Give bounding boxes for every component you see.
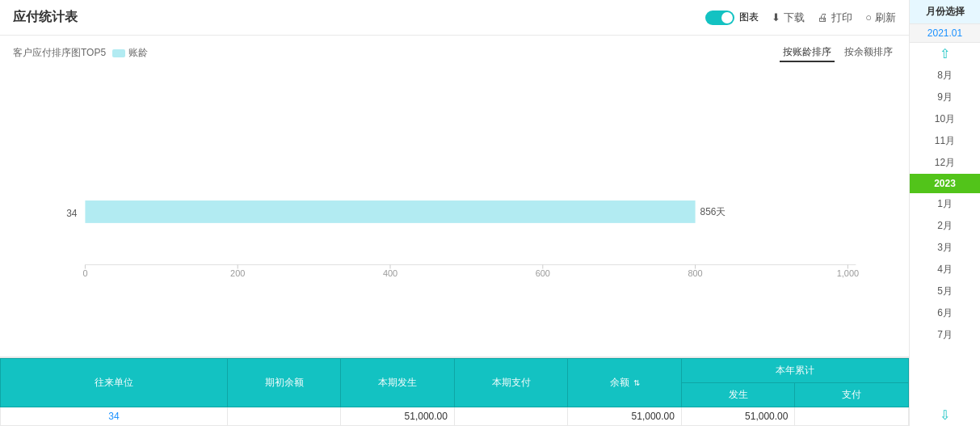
sidebar-header: 月份选择 [910,0,980,24]
header-actions: 图表 ⬇ 下载 🖨 打印 ○ 刷新 [705,11,896,25]
sidebar-current-period[interactable]: 2021.01 [910,24,980,43]
th-current-occ: 本期发生 [341,359,454,407]
refresh-icon: ○ [865,11,872,23]
cell-current-pay [454,407,567,426]
legend-item: 账龄 [112,46,148,60]
sort-buttons: 按账龄排序 按余额排序 [780,44,896,62]
sidebar-month-item[interactable]: 12月 [910,152,980,174]
data-table: 往来单位 期初余额 本期发生 本期支付 余额 ⇅ 本年累计 发生 支付 [0,358,909,426]
sidebar-month-item[interactable]: 5月 [910,280,980,302]
sidebar-month-item[interactable]: 6月 [910,302,980,324]
th-ytd-occ: 发生 [681,383,794,407]
sidebar-month-item[interactable]: 2月 [910,215,980,237]
app-container: 应付统计表 图表 ⬇ 下载 🖨 打印 ○ 刷新 [0,0,980,426]
sidebar-month-item[interactable]: 3月 [910,237,980,259]
legend-color-box [112,49,125,57]
sidebar-month-item[interactable]: 2023 [910,174,980,193]
svg-text:1,000: 1,000 [837,268,859,278]
chart-toolbar: 客户应付排序图TOP5 账龄 按账龄排序 按余额排序 [13,44,896,62]
refresh-label: 刷新 [875,11,896,25]
sidebar-month-item[interactable]: 11月 [910,130,980,152]
download-button[interactable]: ⬇ 下载 [772,11,805,25]
chart-area: 客户应付排序图TOP5 账龄 按账龄排序 按余额排序 34 [0,36,909,356]
table-area: 往来单位 期初余额 本期发生 本期支付 余额 ⇅ 本年累计 发生 支付 [0,356,909,426]
sidebar-month-item[interactable]: 9月 [910,86,980,108]
print-icon: 🖨 [818,11,828,23]
th-ytd-pay: 支付 [795,383,909,407]
svg-text:0: 0 [82,268,87,278]
chart-wrapper: 34 856天 0 200 400 600 800 1,000 [13,69,896,348]
th-opening: 期初余额 [228,359,341,407]
svg-text:200: 200 [230,268,245,278]
bar-chart: 34 856天 0 200 400 600 800 1,000 [13,69,896,348]
download-icon: ⬇ [772,11,780,23]
chart-toggle-wrap[interactable]: 图表 [705,11,759,25]
svg-text:600: 600 [536,268,550,278]
sort-by-balance-btn[interactable]: 按账龄排序 [780,44,835,62]
toggle-knob [721,12,733,23]
sidebar-month-item[interactable]: 1月 [910,193,980,215]
legend-color-label: 账龄 [128,46,148,60]
chart-toggle-label: 图表 [739,11,759,24]
sidebar-month-item[interactable]: 10月 [910,108,980,130]
print-label: 打印 [831,11,852,25]
sidebar-down-btn[interactable]: ⇩ [910,404,980,426]
cell-opening [228,407,341,426]
svg-text:856天: 856天 [700,206,726,217]
print-button[interactable]: 🖨 打印 [818,11,852,25]
sidebar-month-item[interactable]: 8月 [910,65,980,86]
th-current-pay: 本期支付 [454,359,567,407]
cell-unit: 34 [1,407,228,426]
th-ytd: 本年累计 [681,359,908,383]
refresh-button[interactable]: ○ 刷新 [865,11,896,25]
cell-ytd-pay [795,407,909,426]
cell-current-occ: 51,000.00 [341,407,454,426]
table-row: 34 51,000.00 51,000.00 51,000.00 [1,407,909,426]
main-content: 应付统计表 图表 ⬇ 下载 🖨 打印 ○ 刷新 [0,0,909,426]
download-label: 下载 [784,11,805,25]
bar-rect [85,200,695,223]
chart-legend: 客户应付排序图TOP5 账龄 [13,46,148,60]
sidebar-month-item[interactable]: 7月 [910,324,980,346]
sidebar: 月份选择 2021.01 ⇧ 8月9月10月11月12月20231月2月3月4月… [909,0,980,426]
svg-text:34: 34 [66,208,78,219]
cell-balance: 51,000.00 [568,407,681,426]
header: 应付统计表 图表 ⬇ 下载 🖨 打印 ○ 刷新 [0,0,909,36]
balance-sort-icon[interactable]: ⇅ [633,378,640,387]
cell-ytd-occ: 51,000.00 [681,407,794,426]
sidebar-up-btn[interactable]: ⇧ [910,43,980,65]
page-title: 应付统计表 [13,9,78,26]
svg-text:400: 400 [383,268,397,278]
sidebar-month-list: 8月9月10月11月12月20231月2月3月4月5月6月7月 [910,65,980,404]
sidebar-month-item[interactable]: 4月 [910,259,980,280]
chart-legend-text: 客户应付排序图TOP5 [13,46,106,60]
svg-text:800: 800 [688,268,702,278]
sort-by-amount-btn[interactable]: 按余额排序 [841,44,896,62]
th-unit: 往来单位 [1,359,228,407]
unit-link[interactable]: 34 [108,411,119,422]
chart-toggle[interactable] [705,11,734,25]
th-balance: 余额 ⇅ [568,359,681,407]
